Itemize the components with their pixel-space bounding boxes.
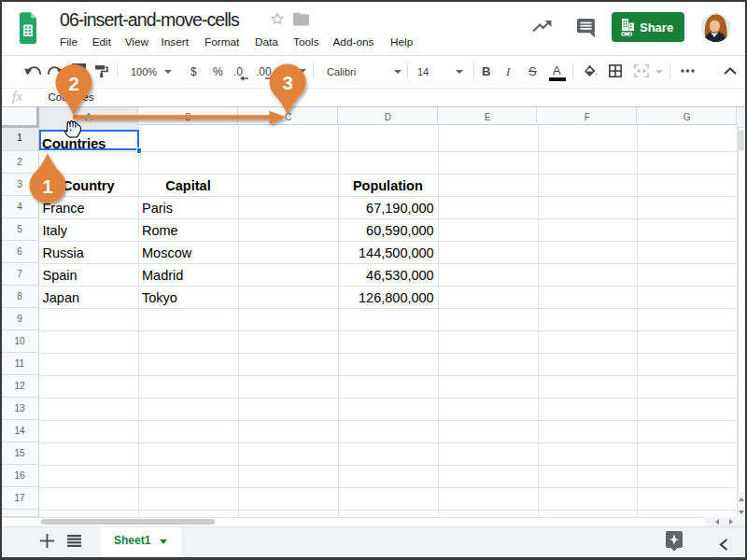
svg-text:3: 3 bbox=[282, 72, 293, 93]
svg-text:1: 1 bbox=[42, 175, 53, 197]
svg-text:2: 2 bbox=[68, 73, 79, 94]
